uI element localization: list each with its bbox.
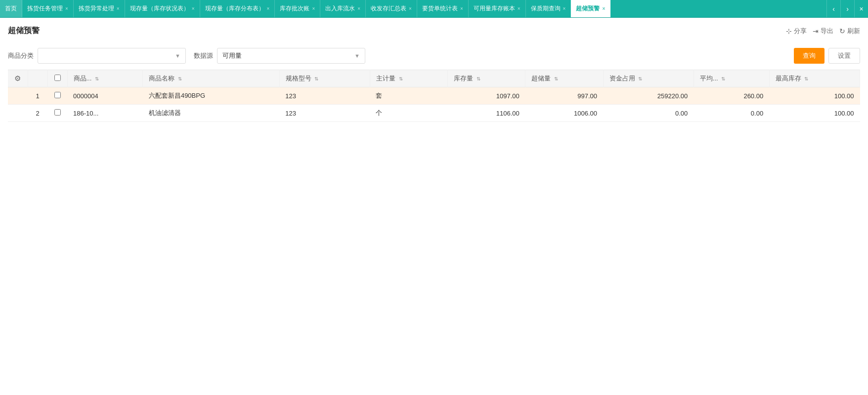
row-spec: 123 bbox=[279, 87, 370, 105]
row-checkbox-cell[interactable] bbox=[47, 105, 67, 122]
col-checkbox[interactable] bbox=[47, 70, 67, 87]
row-unit: 个 bbox=[370, 105, 447, 122]
share-link[interactable]: ⊹ 分享 bbox=[786, 27, 807, 36]
row-checkbox[interactable] bbox=[54, 92, 61, 98]
data-table: ⚙ 商品... ⇅ 商品名称 ⇅ 规格型号 ⇅ bbox=[8, 70, 860, 122]
settings-gear-icon[interactable]: ⚙ bbox=[14, 74, 21, 83]
page-container: 超储预警 ⊹ 分享 ⇥ 导出 ↻ 刷新 商品分类 bbox=[0, 18, 868, 395]
datasource-label: 数据源 bbox=[194, 51, 213, 60]
nav-item-collect[interactable]: 收发存汇总表 × bbox=[366, 0, 417, 17]
row-inventory: 1097.00 bbox=[448, 87, 525, 105]
table-row: 2 186-10... 机油滤清器 123 个 1106.00 1006.00 … bbox=[8, 105, 860, 122]
row-settings-cell bbox=[8, 105, 28, 122]
col-settings[interactable]: ⚙ bbox=[8, 70, 28, 87]
row-inventory: 1106.00 bbox=[448, 105, 525, 122]
col-avg[interactable]: 平均... ⇅ bbox=[694, 70, 769, 87]
row-product-code: 186-10... bbox=[67, 105, 143, 122]
row-product-code: 0000004 bbox=[67, 87, 143, 105]
close-order-stat[interactable]: × bbox=[460, 6, 463, 11]
row-unit: 套 bbox=[370, 87, 447, 105]
datasource-select[interactable]: 可用量 ▼ bbox=[217, 48, 365, 64]
col-capital[interactable]: 资金占用 ⇅ bbox=[603, 70, 694, 87]
close-inventory-status[interactable]: × bbox=[192, 6, 195, 11]
nav-item-available[interactable]: 可用量库存账本 × bbox=[469, 0, 526, 17]
nav-label-available: 可用量库存账本 bbox=[474, 4, 515, 13]
export-label: 导出 bbox=[821, 27, 833, 36]
nav-item-order-stat[interactable]: 要货单统计表 × bbox=[417, 0, 469, 17]
row-checkbox[interactable] bbox=[54, 109, 61, 116]
col-avg-label: 平均... bbox=[700, 75, 718, 82]
col-max-stock-label: 最高库存 bbox=[776, 75, 801, 82]
col-spec[interactable]: 规格型号 ⇅ bbox=[279, 70, 370, 87]
query-button[interactable]: 查询 bbox=[794, 48, 825, 64]
nav-item-task-mgmt[interactable]: 拣货任务管理 × bbox=[22, 0, 74, 17]
setting-button[interactable]: 设置 bbox=[828, 48, 860, 64]
nav-item-inventory-dist[interactable]: 现存量（库存分布表） × bbox=[200, 0, 275, 17]
datasource-value: 可用量 bbox=[222, 51, 242, 60]
refresh-link[interactable]: ↻ 刷新 bbox=[839, 27, 860, 36]
col-inventory-label: 库存量 bbox=[454, 75, 473, 82]
col-max-stock-sort-icon: ⇅ bbox=[804, 76, 808, 81]
datasource-arrow-icon: ▼ bbox=[354, 53, 360, 59]
refresh-label: 刷新 bbox=[847, 27, 860, 36]
col-capital-sort-icon: ⇅ bbox=[638, 76, 642, 81]
datasource-filter: 数据源 可用量 ▼ bbox=[194, 48, 365, 64]
col-overstock[interactable]: 超储量 ⇅ bbox=[525, 70, 603, 87]
row-capital: 0.00 bbox=[603, 105, 694, 122]
col-capital-label: 资金占用 bbox=[609, 75, 635, 82]
nav-item-inventory-status[interactable]: 现存量（库存状况表） × bbox=[125, 0, 200, 17]
nav-item-home[interactable]: 首页 bbox=[0, 0, 22, 17]
close-collect[interactable]: × bbox=[409, 6, 412, 11]
filter-area: 商品分类 ▼ 数据源 可用量 ▼ 查询 设置 bbox=[8, 44, 860, 68]
nav-label-task-mgmt: 拣货任务管理 bbox=[27, 4, 63, 13]
row-capital: 259220.00 bbox=[603, 87, 694, 105]
row-product-name: 六配套新昌490BPG bbox=[143, 87, 279, 105]
row-max-stock: 100.00 bbox=[769, 87, 860, 105]
col-product-code[interactable]: 商品... ⇅ bbox=[67, 70, 143, 87]
col-unit[interactable]: 主计量 ⇅ bbox=[370, 70, 447, 87]
row-product-name: 机油滤清器 bbox=[143, 105, 279, 122]
close-batch[interactable]: × bbox=[312, 6, 315, 11]
col-overstock-label: 超储量 bbox=[531, 75, 551, 82]
nav-item-in-out[interactable]: 出入库流水 × bbox=[320, 0, 366, 17]
nav-item-overstock[interactable]: 超储预警 × bbox=[571, 0, 610, 17]
row-checkbox-cell[interactable] bbox=[47, 87, 67, 105]
row-num-cell: 2 bbox=[28, 105, 47, 122]
col-spec-label: 规格型号 bbox=[286, 75, 311, 82]
close-overstock[interactable]: × bbox=[602, 6, 605, 11]
filter-left: 商品分类 ▼ 数据源 可用量 ▼ bbox=[8, 48, 786, 64]
close-expiry[interactable]: × bbox=[563, 6, 566, 11]
table-row: 1 0000004 六配套新昌490BPG 123 套 1097.00 997.… bbox=[8, 87, 860, 105]
close-in-out[interactable]: × bbox=[357, 6, 360, 11]
row-avg: 260.00 bbox=[694, 87, 769, 105]
category-select[interactable]: ▼ bbox=[38, 48, 186, 64]
close-abnormal[interactable]: × bbox=[117, 6, 120, 11]
select-all-checkbox[interactable] bbox=[54, 75, 61, 81]
col-inventory[interactable]: 库存量 ⇅ bbox=[448, 70, 525, 87]
nav-item-abnormal[interactable]: 拣货异常处理 × bbox=[74, 0, 125, 17]
nav-next-arrow[interactable]: › bbox=[840, 0, 854, 17]
table-body: 1 0000004 六配套新昌490BPG 123 套 1097.00 997.… bbox=[8, 87, 860, 122]
col-unit-sort-icon: ⇅ bbox=[399, 76, 403, 81]
nav-label-overstock: 超储预警 bbox=[576, 4, 600, 13]
page-header: 超储预警 ⊹ 分享 ⇥ 导出 ↻ 刷新 bbox=[8, 26, 860, 36]
col-inventory-sort-icon: ⇅ bbox=[477, 76, 480, 81]
close-inventory-dist[interactable]: × bbox=[267, 6, 270, 11]
close-available[interactable]: × bbox=[518, 6, 521, 11]
nav-label-collect: 收发存汇总表 bbox=[371, 4, 406, 13]
nav-item-expiry[interactable]: 保质期查询 × bbox=[526, 0, 571, 17]
page-title: 超储预警 bbox=[8, 26, 40, 36]
nav-item-batch[interactable]: 库存批次账 × bbox=[275, 0, 320, 17]
nav-close-arrow[interactable]: × bbox=[854, 0, 868, 17]
filter-main-row: 商品分类 ▼ 数据源 可用量 ▼ 查询 设置 bbox=[8, 48, 860, 64]
col-product-name[interactable]: 商品名称 ⇅ bbox=[143, 70, 279, 87]
nav-label-batch: 库存批次账 bbox=[280, 4, 309, 13]
export-link[interactable]: ⇥ 导出 bbox=[813, 27, 833, 36]
row-overstock: 1006.00 bbox=[525, 105, 603, 122]
category-arrow-icon: ▼ bbox=[175, 53, 180, 59]
col-max-stock[interactable]: 最高库存 ⇅ bbox=[769, 70, 860, 87]
row-num-cell: 1 bbox=[28, 87, 47, 105]
nav-prev-arrow[interactable]: ‹ bbox=[826, 0, 840, 17]
row-max-stock: 100.00 bbox=[769, 105, 860, 122]
close-task-mgmt[interactable]: × bbox=[65, 6, 68, 11]
